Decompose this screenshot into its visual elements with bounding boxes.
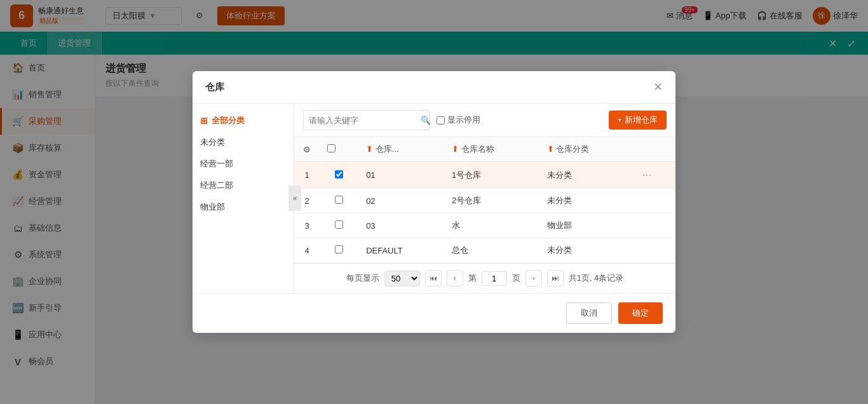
modal-body: ⊞ 全部分类 未分类 经营一部 经营二部 物业部 « (193, 104, 675, 293)
category-collapse-btn[interactable]: « (288, 185, 301, 211)
warehouse-table: ⚙ ⬆ 仓库... ⬆ 仓库名称 (294, 137, 675, 263)
show-disabled-label: 显示停用 (447, 114, 480, 126)
category-panel: ⊞ 全部分类 未分类 经营一部 经营二部 物业部 « (193, 104, 294, 293)
sort-icon: ⬆ (366, 144, 373, 154)
next-page-btn[interactable]: › (526, 270, 542, 286)
category-op2[interactable]: 经营二部 (193, 175, 294, 196)
select-all-checkbox[interactable] (327, 144, 336, 152)
td-more (634, 189, 675, 213)
table-row: 2 02 2号仓库 未分类 (294, 189, 675, 213)
confirm-button[interactable]: 确定 (618, 302, 663, 324)
table-body: 1 01 1号仓库 未分类 ··· 2 02 2号仓库 未分类 3 03 水 物… (294, 162, 675, 263)
warehouse-modal: 仓库 ✕ ⊞ 全部分类 未分类 经营一部 经营二部 (193, 71, 675, 333)
row-checkbox[interactable] (335, 220, 343, 229)
grid-icon: ⊞ (200, 116, 208, 126)
data-table: ⚙ ⬆ 仓库... ⬆ 仓库名称 (294, 137, 675, 263)
search-input[interactable] (304, 112, 421, 128)
sort-icon-cat: ⬆ (547, 144, 554, 154)
page-size-label: 每页显示 (346, 273, 379, 284)
td-check (320, 213, 358, 238)
td-name: 1号仓库 (444, 162, 539, 189)
td-more: ··· (634, 162, 675, 189)
modal-header: 仓库 ✕ (193, 71, 675, 104)
page-size-select[interactable]: 50 20 100 (384, 271, 420, 286)
td-gear: 4 (294, 238, 320, 263)
show-disabled-wrap: 显示停用 (437, 114, 480, 126)
row-checkbox[interactable] (335, 170, 343, 178)
th-category: ⬆ 仓库分类 (539, 137, 635, 162)
td-no: 01 (358, 162, 444, 189)
search-icon[interactable]: 🔍 (421, 111, 430, 130)
page-label: 第 (468, 273, 477, 284)
table-row: 4 DEFAULT 总仓 未分类 (294, 238, 675, 263)
td-no: DEFAULT (358, 238, 444, 263)
td-category: 未分类 (539, 162, 635, 189)
table-row: 1 01 1号仓库 未分类 ··· (294, 162, 675, 189)
td-more (634, 238, 675, 263)
modal-title: 仓库 (205, 81, 224, 93)
close-icon[interactable]: ✕ (653, 80, 663, 94)
td-category: 未分类 (539, 238, 635, 263)
td-check (320, 189, 358, 213)
th-check (320, 137, 358, 162)
add-warehouse-button[interactable]: + 新增仓库 (609, 111, 667, 130)
td-no: 03 (358, 213, 444, 238)
cancel-button[interactable]: 取消 (566, 302, 612, 324)
modal-overlay: 仓库 ✕ ⊞ 全部分类 未分类 经营一部 经营二部 (0, 0, 868, 404)
th-name: ⬆ 仓库名称 (444, 137, 539, 162)
search-input-wrap: 🔍 (303, 110, 430, 130)
td-name: 总仓 (444, 238, 539, 263)
td-category: 物业部 (539, 213, 635, 238)
page-suffix: 页 (512, 273, 520, 284)
category-all[interactable]: ⊞ 全部分类 (193, 110, 294, 131)
category-prop[interactable]: 物业部 (193, 196, 294, 218)
row-checkbox[interactable] (335, 196, 343, 204)
modal-footer: 取消 确定 (193, 293, 675, 333)
more-icon[interactable]: ··· (642, 168, 651, 181)
first-page-btn[interactable]: ⏮ (425, 270, 442, 286)
category-op1[interactable]: 经营一部 (193, 153, 294, 175)
table-header-row: ⚙ ⬆ 仓库... ⬆ 仓库名称 (294, 137, 675, 162)
td-more (634, 213, 675, 238)
td-gear: 3 (294, 213, 320, 238)
table-toolbar: 🔍 显示停用 + 新增仓库 (294, 104, 675, 137)
table-row: 3 03 水 物业部 (294, 213, 675, 238)
td-gear: 1 (294, 162, 320, 189)
table-panel: 🔍 显示停用 + 新增仓库 ⚙ (294, 104, 675, 293)
sort-icon-name: ⬆ (452, 144, 459, 154)
th-actions (634, 137, 675, 162)
prev-page-btn[interactable]: ‹ (447, 270, 463, 286)
td-category: 未分类 (539, 189, 635, 213)
last-page-btn[interactable]: ⏭ (547, 270, 564, 286)
pagination: 每页显示 50 20 100 ⏮ ‹ 第 页 › ⏭ 共1页, 4条记录 (294, 263, 675, 293)
page-input[interactable] (482, 271, 507, 286)
th-code: ⬆ 仓库... (358, 137, 444, 162)
category-none[interactable]: 未分类 (193, 131, 294, 153)
show-disabled-checkbox[interactable] (437, 116, 445, 125)
td-check (320, 162, 358, 189)
td-name: 水 (444, 213, 539, 238)
td-check (320, 238, 358, 263)
td-no: 02 (358, 189, 444, 213)
row-checkbox[interactable] (335, 245, 343, 253)
total-info: 共1页, 4条记录 (569, 273, 624, 284)
th-gear: ⚙ (294, 137, 320, 162)
td-name: 2号仓库 (444, 189, 539, 213)
